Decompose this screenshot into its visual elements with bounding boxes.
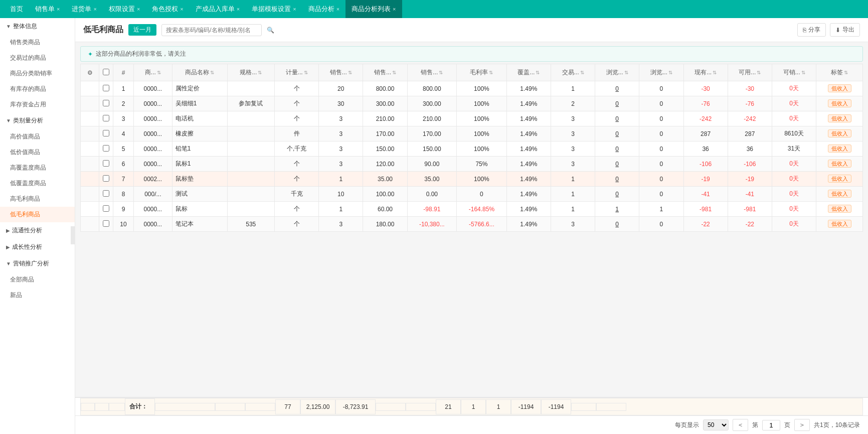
per-page-select[interactable]: 50 20 100 — [703, 419, 729, 430]
row-checkbox[interactable] — [103, 115, 109, 121]
sidebar-item-stock-goods[interactable]: 有库存的商品 — [0, 81, 75, 97]
col-trade[interactable]: 交易...⇅ — [551, 64, 595, 81]
cell-view1[interactable]: 0 — [595, 187, 639, 202]
cell-view1[interactable]: 0 — [595, 96, 639, 111]
next-page-button[interactable]: ＞ — [794, 419, 810, 431]
col-name[interactable]: 商品名称⇅ — [172, 64, 227, 81]
col-view2[interactable]: 浏览...⇅ — [639, 64, 683, 81]
col-sale-price[interactable]: 销售...⇅ — [363, 64, 407, 81]
nav-template-settings[interactable]: 单据模板设置 × — [246, 0, 302, 18]
cell-checkbox[interactable] — [99, 172, 113, 187]
col-sale-amount[interactable]: 销售...⇅ — [407, 64, 457, 81]
sidebar-item-sales-goods[interactable]: 销售类商品 — [0, 35, 75, 50]
cell-checkbox[interactable] — [99, 141, 113, 157]
col-available[interactable]: 可用...⇅ — [728, 64, 772, 81]
cell-checkbox[interactable] — [99, 217, 113, 232]
date-range-button[interactable]: 近一月 — [128, 24, 156, 36]
col-view1[interactable]: 浏览...⇅ — [595, 64, 639, 81]
sidebar-item-high-margin[interactable]: 高毛利商品 — [0, 191, 75, 207]
sidebar-item-new-goods[interactable]: 新品 — [0, 287, 75, 303]
nav-home[interactable]: 首页 — [4, 0, 29, 18]
row-checkbox[interactable] — [103, 160, 109, 167]
nav-role-auth[interactable]: 角色授权 × — [146, 0, 189, 18]
select-all-checkbox[interactable] — [103, 69, 109, 75]
nav-product-analysis-list[interactable]: 商品分析列表 × — [345, 0, 402, 18]
sidebar-section-marketing[interactable]: ▼ 营销推广分析 — [0, 255, 75, 272]
row-checkbox[interactable] — [103, 85, 109, 91]
nav-sales-order-close[interactable]: × — [57, 6, 60, 12]
sidebar-item-stock-capital[interactable]: 库存资金占用 — [0, 97, 75, 112]
sidebar-section-overall[interactable]: ▼ 整体信息 — [0, 18, 75, 35]
nav-permissions-close[interactable]: × — [137, 6, 140, 12]
col-saleable[interactable]: 可销...⇅ — [772, 64, 816, 81]
sidebar-item-traded-goods[interactable]: 交易过的商品 — [0, 50, 75, 66]
sidebar-item-high-value[interactable]: 高价值商品 — [0, 129, 75, 144]
col-tag[interactable]: 标签⇅ — [816, 64, 863, 81]
col-gross-rate[interactable]: 毛利率⇅ — [457, 64, 507, 81]
cell-checkbox[interactable] — [99, 81, 113, 96]
sidebar-section-category[interactable]: ▼ 类别量分析 — [0, 112, 75, 129]
nav-sales-order[interactable]: 销售单 × — [29, 0, 66, 18]
cell-checkbox[interactable] — [99, 126, 113, 141]
cell-view1[interactable]: 0 — [595, 81, 639, 96]
main-layout: ▼ 整体信息 销售类商品 交易过的商品 商品分类助销率 有库存的商品 库存资金占… — [0, 18, 868, 434]
col-code[interactable]: 商...⇅ — [133, 64, 172, 81]
cell-checkbox[interactable] — [99, 187, 113, 202]
sidebar-section-circulation[interactable]: ▶ 流通性分析 — [0, 222, 75, 239]
prev-page-button[interactable]: ＜ — [733, 419, 748, 431]
nav-purchase-order[interactable]: 进货单 × — [66, 0, 102, 18]
cell-view1[interactable]: 0 — [595, 126, 639, 141]
sidebar-item-low-value[interactable]: 低价值商品 — [0, 144, 75, 160]
cell-checkbox[interactable] — [99, 96, 113, 111]
col-coverage[interactable]: 覆盖...⇅ — [506, 64, 551, 81]
cell-gross-rate: 100% — [457, 111, 507, 126]
cell-num: 1 — [113, 81, 134, 96]
row-checkbox[interactable] — [103, 205, 109, 212]
row-checkbox[interactable] — [103, 175, 109, 182]
sidebar-item-high-coverage[interactable]: 高覆盖度商品 — [0, 160, 75, 176]
col-spec[interactable]: 规格...⇅ — [227, 64, 274, 81]
col-current-stock[interactable]: 现有...⇅ — [683, 64, 728, 81]
cell-checkbox[interactable] — [99, 111, 113, 126]
sidebar-item-all-goods[interactable]: 全部商品 — [0, 272, 75, 287]
sidebar-collapse-btn[interactable]: 《 — [71, 226, 75, 244]
col-settings[interactable]: ⚙ — [81, 64, 99, 81]
search-input[interactable] — [161, 24, 262, 36]
nav-template-settings-close[interactable]: × — [293, 6, 296, 12]
nav-purchase-order-close[interactable]: × — [93, 6, 96, 12]
share-button[interactable]: ⎘ 分享 — [797, 23, 826, 37]
page-number-input[interactable] — [762, 420, 780, 430]
sidebar-item-low-margin[interactable]: 低毛利商品 — [0, 207, 75, 222]
col-sale-qty[interactable]: 销售...⇅ — [319, 64, 363, 81]
cell-trade-count: 3 — [551, 157, 595, 172]
nav-product-storage[interactable]: 产成品入库单 × — [190, 0, 246, 18]
footer-coverage-cell — [406, 403, 436, 411]
nav-role-auth-close[interactable]: × — [180, 6, 183, 12]
row-checkbox[interactable] — [103, 130, 109, 136]
sidebar-section-growth[interactable]: ▶ 成长性分析 — [0, 239, 75, 255]
row-checkbox[interactable] — [103, 220, 109, 227]
nav-product-storage-close[interactable]: × — [237, 6, 240, 12]
cell-checkbox[interactable] — [99, 202, 113, 217]
sidebar-item-category-rate[interactable]: 商品分类助销率 — [0, 66, 75, 81]
row-checkbox[interactable] — [103, 190, 109, 197]
search-icon[interactable]: 🔍 — [267, 27, 274, 34]
cell-view1[interactable]: 0 — [595, 141, 639, 157]
nav-product-analysis[interactable]: 商品分析 × — [302, 0, 345, 18]
col-unit[interactable]: 计量...⇅ — [274, 64, 318, 81]
row-checkbox[interactable] — [103, 100, 109, 106]
nav-permissions[interactable]: 权限设置 × — [103, 0, 146, 18]
cell-view1[interactable]: 0 — [595, 157, 639, 172]
cell-view1[interactable]: 0 — [595, 172, 639, 187]
cell-code: 0000... — [133, 202, 172, 217]
cell-view1[interactable]: 0 — [595, 217, 639, 232]
export-button[interactable]: ⬇ 导出 — [830, 23, 860, 37]
sidebar-item-low-coverage[interactable]: 低覆盖度商品 — [0, 176, 75, 191]
nav-product-analysis-close[interactable]: × — [336, 6, 339, 12]
col-checkbox[interactable] — [99, 64, 113, 81]
row-checkbox[interactable] — [103, 145, 109, 152]
cell-view1[interactable]: 0 — [595, 111, 639, 126]
nav-product-analysis-list-close[interactable]: × — [393, 6, 396, 12]
cell-checkbox[interactable] — [99, 157, 113, 172]
cell-view1[interactable]: 1 — [595, 202, 639, 217]
